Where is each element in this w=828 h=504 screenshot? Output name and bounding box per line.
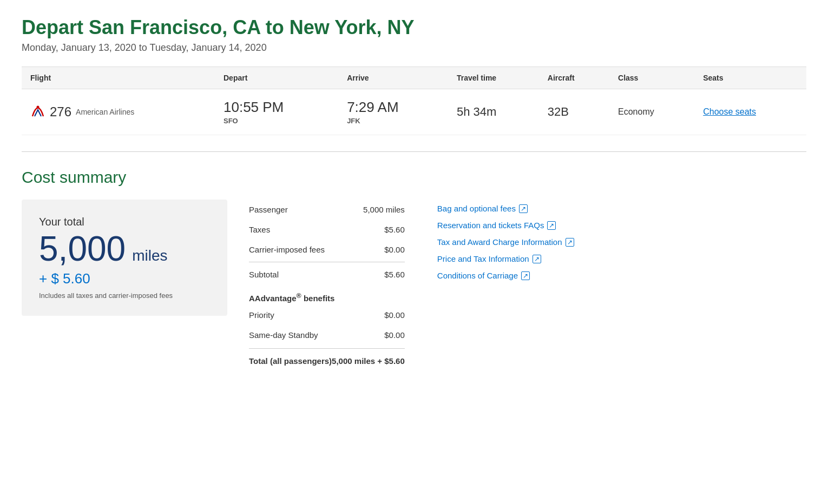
right-section: Passenger 5,000 miles Taxes $5.60 Carrie… bbox=[249, 200, 578, 369]
conditions-link[interactable]: Conditions of Carriage ↗ bbox=[437, 271, 578, 280]
arrive-airport: JFK bbox=[347, 117, 439, 125]
miles-amount: 5,000 bbox=[39, 231, 126, 266]
price-tax-label: Price and Tax Information bbox=[437, 254, 529, 263]
total-value: 5,000 miles + $5.60 bbox=[332, 356, 405, 366]
subtotal-value: $5.60 bbox=[384, 270, 405, 279]
page-title: Depart San Francisco, CA to New York, NY bbox=[22, 16, 806, 39]
external-icon: ↗ bbox=[547, 221, 556, 230]
miles-label: miles bbox=[132, 247, 167, 264]
col-travel-time: Travel time bbox=[448, 67, 539, 89]
svg-point-1 bbox=[37, 106, 40, 109]
travel-time: 5h 34m bbox=[457, 105, 496, 118]
cost-details: Passenger 5,000 miles Taxes $5.60 Carrie… bbox=[249, 200, 405, 369]
your-total-label: Your total bbox=[39, 216, 210, 228]
aadvantage-benefits-header: AAdvantage® benefits bbox=[249, 284, 405, 305]
priority-label: Priority bbox=[249, 310, 274, 320]
col-aircraft: Aircraft bbox=[539, 67, 609, 89]
cost-row-taxes: Taxes $5.60 bbox=[249, 220, 405, 240]
total-row: Total (all passengers) 5,000 miles + $5.… bbox=[249, 348, 405, 369]
cost-summary-title: Cost summary bbox=[22, 168, 806, 187]
external-icon: ↗ bbox=[533, 255, 541, 263]
passenger-label: Passenger bbox=[249, 205, 288, 214]
carrier-fees-value: $0.00 bbox=[384, 245, 405, 254]
arrive-time: 7:29 AM bbox=[347, 99, 439, 116]
class-text: Economy bbox=[618, 107, 654, 116]
seats-cell: Choose seats bbox=[694, 89, 806, 135]
cost-row-priority: Priority $0.00 bbox=[249, 305, 405, 325]
external-icon: ↗ bbox=[521, 271, 530, 280]
passenger-value: 5,000 miles bbox=[363, 205, 405, 214]
aircraft-code: 32B bbox=[548, 105, 569, 118]
tax-info-link[interactable]: Tax and Award Charge Information ↗ bbox=[437, 237, 578, 247]
priority-value: $0.00 bbox=[384, 310, 405, 320]
conditions-label: Conditions of Carriage bbox=[437, 271, 518, 280]
subtotal-label: Subtotal bbox=[249, 270, 279, 279]
links-panel: Bag and optional fees ↗ Reservation and … bbox=[437, 200, 578, 369]
aircraft-cell: 32B bbox=[539, 89, 609, 135]
depart-cell: 10:55 PM SFO bbox=[215, 89, 338, 135]
external-icon: ↗ bbox=[519, 204, 528, 213]
table-row: 276 American Airlines 10:55 PM SFO 7:29 … bbox=[22, 89, 806, 135]
tax-info-label: Tax and Award Charge Information bbox=[437, 237, 562, 247]
section-divider bbox=[22, 151, 806, 152]
reservation-faqs-label: Reservation and tickets FAQs bbox=[437, 221, 544, 230]
depart-airport: SFO bbox=[224, 117, 330, 125]
class-cell: Economy bbox=[609, 89, 694, 135]
arrive-cell: 7:29 AM JFK bbox=[338, 89, 448, 135]
flight-number: 276 bbox=[50, 104, 71, 120]
plus-cash: + $ 5.60 bbox=[39, 270, 210, 287]
col-seats: Seats bbox=[694, 67, 806, 89]
cost-row-standby: Same-day Standby $0.00 bbox=[249, 325, 405, 345]
taxes-label: Taxes bbox=[249, 225, 270, 234]
page-subtitle: Monday, January 13, 2020 to Tuesday, Jan… bbox=[22, 42, 806, 54]
includes-note: Includes all taxes and carrier-imposed f… bbox=[39, 291, 210, 300]
col-depart: Depart bbox=[215, 67, 338, 89]
col-flight: Flight bbox=[22, 67, 215, 89]
cost-row-carrier-fees: Carrier-imposed fees $0.00 bbox=[249, 240, 405, 260]
taxes-value: $5.60 bbox=[384, 225, 405, 234]
standby-value: $0.00 bbox=[384, 330, 405, 340]
travel-time-cell: 5h 34m bbox=[448, 89, 539, 135]
bag-fees-label: Bag and optional fees bbox=[437, 204, 516, 213]
depart-time: 10:55 PM bbox=[224, 99, 330, 116]
price-tax-link[interactable]: Price and Tax Information ↗ bbox=[437, 254, 578, 263]
cost-row-passenger: Passenger 5,000 miles bbox=[249, 200, 405, 220]
cost-row-subtotal: Subtotal $5.60 bbox=[249, 264, 405, 284]
cost-divider-1 bbox=[249, 262, 405, 262]
external-icon: ↗ bbox=[566, 238, 574, 247]
bag-fees-link[interactable]: Bag and optional fees ↗ bbox=[437, 204, 578, 213]
standby-label: Same-day Standby bbox=[249, 330, 318, 340]
cost-total-panel: Your total 5,000 miles + $ 5.60 Includes… bbox=[22, 200, 227, 316]
col-arrive: Arrive bbox=[338, 67, 448, 89]
airline-name: American Airlines bbox=[76, 108, 134, 116]
col-class: Class bbox=[609, 67, 694, 89]
flight-table: Flight Depart Arrive Travel time Aircraf… bbox=[22, 67, 806, 135]
choose-seats-link[interactable]: Choose seats bbox=[703, 107, 756, 116]
total-label: Total (all passengers) bbox=[249, 356, 332, 366]
reservation-faqs-link[interactable]: Reservation and tickets FAQs ↗ bbox=[437, 221, 578, 230]
carrier-fees-label: Carrier-imposed fees bbox=[249, 245, 325, 254]
cost-layout: Your total 5,000 miles + $ 5.60 Includes… bbox=[22, 200, 806, 369]
aa-logo-icon bbox=[30, 104, 45, 120]
